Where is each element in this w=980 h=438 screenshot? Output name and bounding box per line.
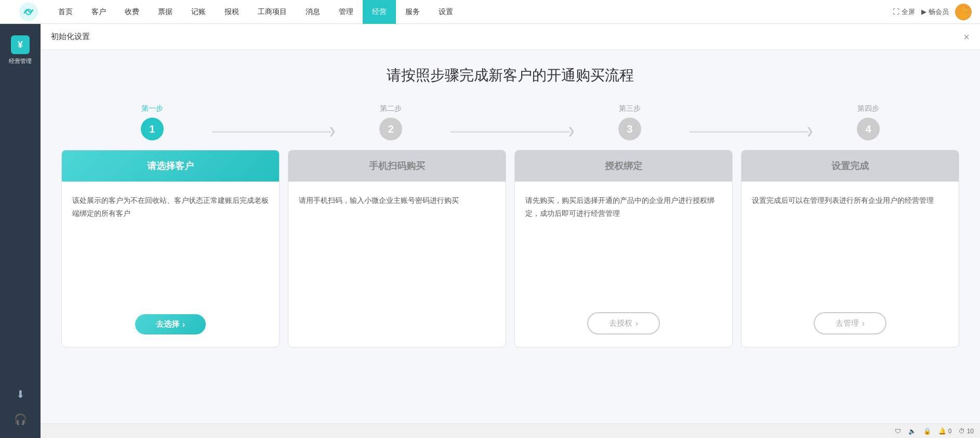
card-2-header: 手机扫码购买 <box>288 150 506 182</box>
vip-icon: ▶ <box>921 8 926 16</box>
nav-home[interactable]: 首页 <box>49 0 82 24</box>
card-3-footer: 去授权 › <box>515 304 732 347</box>
step-1-label: 第一步 <box>141 104 163 113</box>
step-1: 第一步 1 <box>92 104 212 140</box>
nav-settings[interactable]: 设置 <box>429 0 462 24</box>
card-4-footer: 去管理 › <box>741 304 959 347</box>
connector-3: ❯ <box>690 131 809 133</box>
cards-row: 请选择客户 该处展示的客户为不在回收站、客户状态正常建账后完成老板端绑定的所有客… <box>61 150 959 347</box>
nav-bookkeeping[interactable]: 记账 <box>182 0 215 24</box>
connector-1: ❯ <box>212 131 332 133</box>
status-bar: ▶ 完成 🛡 🔈 🔒 🔔 0 ⏱ 10 <box>0 423 980 438</box>
step-3: 第三步 3 <box>570 104 690 140</box>
card-1-header: 请选择客户 <box>62 150 279 182</box>
statusbar-right: 🛡 🔈 🔒 🔔 0 ⏱ 10 <box>895 428 974 435</box>
sidebar-bottom: ⬇ 🎧 <box>10 384 31 438</box>
fullscreen-icon: ⛶ <box>893 8 899 16</box>
card-2-footer <box>288 326 506 347</box>
sidebar: ¥ 经营管理 ⬇ 🎧 <box>0 24 41 438</box>
lock-icon: 🔒 <box>923 428 931 435</box>
volume-icon: 🔈 <box>908 428 916 435</box>
process-container: 请按照步骤完成新客户的开通购买流程 第一步 1 ❯ 第二步 2 ❯ 第 <box>41 50 980 363</box>
card-2-body: 请用手机扫码，输入小微企业主账号密码进行购买 <box>288 182 506 326</box>
card-1-footer: 去选择 › <box>62 306 279 347</box>
card-3-body: 请先购买，购买后选择开通的产品中的企业用户进行授权绑定，成功后即可进行经营管理 <box>515 182 732 304</box>
card-4-header: 设置完成 <box>741 150 959 182</box>
step-1-circle: 1 <box>141 118 164 140</box>
top-navigation: 首页 客户 收费 票据 记账 报税 工商项目 消息 管理 经营 服务 设置 ⛶ … <box>0 0 980 24</box>
nav-message[interactable]: 消息 <box>296 0 329 24</box>
operation-icon: ¥ <box>11 35 30 54</box>
nav-tax[interactable]: 报税 <box>215 0 248 24</box>
step-2-label: 第二步 <box>380 104 402 113</box>
nav-business[interactable]: 工商项目 <box>248 0 296 24</box>
fullscreen-btn[interactable]: ⛶ 全屏 <box>893 7 915 17</box>
page-header: 初始化设置 × <box>41 24 980 50</box>
authorize-button[interactable]: 去授权 › <box>587 312 660 334</box>
card-4-body: 设置完成后可以在管理列表进行所有企业用户的经营管理 <box>741 182 959 304</box>
nav-service[interactable]: 服务 <box>396 0 429 24</box>
svg-text:👑: 👑 <box>963 7 968 11</box>
step-3-circle: 3 <box>618 118 641 140</box>
step-4-circle: 4 <box>857 118 880 140</box>
svg-point-3 <box>959 14 968 19</box>
page-title: 初始化设置 <box>51 32 90 42</box>
select-customer-button[interactable]: 去选择 › <box>135 314 206 334</box>
nav-right: ⛶ 全屏 ▶ 畅会员 👑 <box>893 4 972 20</box>
nav-operation[interactable]: 经营 <box>363 0 396 24</box>
close-button[interactable]: × <box>963 32 970 42</box>
step-4: 第四步 4 <box>809 104 928 140</box>
step-2-circle: 2 <box>379 118 402 140</box>
nav-invoice[interactable]: 票据 <box>149 0 182 24</box>
step-2: 第二步 2 <box>331 104 451 140</box>
sidebar-item-operation[interactable]: ¥ 经营管理 <box>0 29 41 71</box>
connector-2: ❯ <box>451 131 570 133</box>
vip-btn[interactable]: ▶ 畅会员 <box>921 7 949 17</box>
shield-icon: 🛡 <box>895 428 901 435</box>
card-1-body: 该处展示的客户为不在回收站、客户状态正常建账后完成老板端绑定的所有客户 <box>62 182 279 306</box>
card-3: 授权绑定 请先购买，购买后选择开通的产品中的企业用户进行授权绑定，成功后即可进行… <box>514 150 733 347</box>
nav-fee[interactable]: 收费 <box>115 0 149 24</box>
notification-icon: 🔔 0 <box>938 428 951 435</box>
step-4-label: 第四步 <box>857 104 879 113</box>
card-3-header: 授权绑定 <box>515 150 732 182</box>
step-3-label: 第三步 <box>619 104 641 113</box>
card-1: 请选择客户 该处展示的客户为不在回收站、客户状态正常建账后完成老板端绑定的所有客… <box>61 150 280 347</box>
card-4: 设置完成 设置完成后可以在管理列表进行所有企业用户的经营管理 去管理 › <box>741 150 959 347</box>
card-2: 手机扫码购买 请用手机扫码，输入小微企业主账号密码进行购买 <box>288 150 506 347</box>
nav-items: 首页 客户 收费 票据 记账 报税 工商项目 消息 管理 经营 服务 设置 <box>49 0 893 24</box>
nav-manage[interactable]: 管理 <box>329 0 363 24</box>
process-heading: 请按照步骤完成新客户的开通购买流程 <box>61 66 959 85</box>
app-logo <box>8 3 49 21</box>
main-content: 初始化设置 × 请按照步骤完成新客户的开通购买流程 第一步 1 ❯ 第二步 2 … <box>41 24 980 438</box>
manage-button[interactable]: 去管理 › <box>814 312 886 334</box>
steps-row: 第一步 1 ❯ 第二步 2 ❯ 第三步 3 ❯ <box>61 104 959 140</box>
download-icon[interactable]: ⬇ <box>10 384 31 405</box>
avatar[interactable]: 👑 <box>955 4 972 20</box>
headset-icon[interactable]: 🎧 <box>10 409 31 430</box>
clock-icon: ⏱ 10 <box>959 428 974 435</box>
nav-customer[interactable]: 客户 <box>82 0 115 24</box>
